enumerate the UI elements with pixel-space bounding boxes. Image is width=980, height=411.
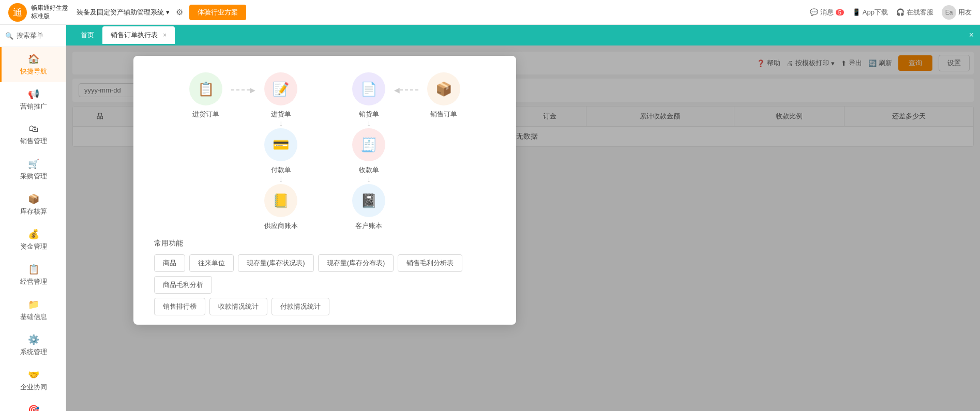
purchase-order-label: 进货订单 [192, 110, 219, 119]
sales-order-circle: 📦 [427, 72, 460, 105]
home-icon: 🏠 [28, 53, 39, 65]
collab-icon: 🤝 [28, 369, 39, 380]
newbie-icon: 🎯 [28, 404, 39, 411]
sidebar-item-basic[interactable]: 📁 基础信息 [0, 293, 66, 328]
supplier-ledger-label: 供应商账本 [264, 221, 298, 231]
function-btn[interactable]: 商品 [154, 254, 185, 272]
sales-bill-label: 销货单 [359, 110, 379, 119]
function-btn[interactable]: 商品毛利分析 [154, 276, 212, 294]
flow-node-payment-bill[interactable]: 💳 付款单 [258, 128, 304, 175]
inventory-icon: 📦 [28, 193, 39, 205]
payment-bill-circle: 💳 [264, 128, 297, 161]
function-btn[interactable]: 付款情况统计 [272, 298, 329, 315]
supplier-ledger-icon: 📒 [273, 193, 289, 209]
sidebar-item-label: 基础信息 [20, 312, 47, 322]
logo-area: 通 畅康通好生意 标准版 [8, 3, 70, 22]
function-btn[interactable]: 现存量(库存状况表) [238, 254, 314, 272]
sidebar-item-label: 系统管理 [20, 347, 47, 357]
function-btn[interactable]: 销售毛利分析表 [398, 254, 462, 272]
sales-order-label: 销售订单 [430, 110, 457, 119]
sidebar-search[interactable]: 🔍 搜索菜单 [0, 25, 66, 47]
purchase-icon: 🛒 [28, 158, 39, 170]
sidebar-item-newbie[interactable]: 🎯 新手引导 [0, 398, 66, 411]
sales-bill-icon: 📄 [360, 81, 377, 97]
function-btn[interactable]: 现存量(库存分布表) [318, 254, 394, 272]
main-content: 🔍 搜索菜单 🏠 快捷导航 📢 营销推广 🛍 销售管理 🛒 采购管理 📦 [0, 25, 980, 411]
top-bar-right: 💬 消息 5 📱 App下载 🎧 在线客服 Ea 用友 [810, 5, 972, 20]
system-icon: ⚙️ [28, 334, 39, 345]
function-btn[interactable]: 收款情况统计 [209, 298, 267, 315]
tab-home[interactable]: 首页 [72, 26, 102, 44]
scroll-bar-area: ◀ ▶ [154, 324, 495, 325]
sidebar-item-finance[interactable]: 💰 资金管理 [0, 222, 66, 257]
function-btn[interactable]: 销售排行榜 [154, 298, 205, 315]
receipt-bill-icon: 🧾 [360, 137, 377, 153]
sidebar-item-label: 资金管理 [20, 242, 47, 251]
flow-node-purchase-order[interactable]: 📋 进货订单 [183, 72, 229, 119]
tab-bar: 首页 销售订单执行表 × × [66, 25, 980, 45]
system-title-dropdown[interactable]: 装备及固定资产辅助管理系统 ▾ [77, 8, 170, 17]
experience-btn[interactable]: 体验行业方案 [189, 5, 246, 20]
sidebar-item-collab[interactable]: 🤝 企业协同 [0, 363, 66, 398]
sidebar-item-quick-nav[interactable]: 🏠 快捷导航 [0, 47, 66, 82]
sidebar-item-label: 企业协同 [20, 383, 47, 392]
flow-node-sales-bill[interactable]: 📄 销货单 [345, 72, 392, 119]
func-buttons-row1: 商品往来单位现存量(库存状况表)现存量(库存分布表)销售毛利分析表商品毛利分析 [154, 254, 495, 294]
online-service-btn[interactable]: 🎧 在线客服 [896, 8, 933, 17]
sidebar-item-inventory[interactable]: 📦 库存核算 [0, 187, 66, 222]
common-functions-title: 常用功能 [154, 239, 495, 248]
receipt-bill-label: 收款单 [359, 165, 379, 175]
common-functions: 常用功能 商品往来单位现存量(库存状况表)现存量(库存分布表)销售毛利分析表商品… [154, 239, 495, 315]
dropdown-arrow-icon: ▾ [166, 8, 170, 16]
flow-node-purchase-bill[interactable]: 📝 进货单 [258, 72, 304, 119]
func-buttons-row2: 销售排行榜收款情况统计付款情况统计 [154, 298, 495, 315]
purchase-order-circle: 📋 [189, 72, 222, 105]
page-area: 首页 销售订单执行表 × × ❓ 帮助 🖨 按 [66, 25, 980, 411]
receipt-bill-circle: 🧾 [352, 128, 385, 161]
page-content: ❓ 帮助 🖨 按模板打印 ▾ ⬆ 导出 🔄 刷新 [66, 45, 980, 411]
payment-bill-label: 付款单 [271, 165, 291, 175]
sidebar-item-label: 快捷导航 [20, 67, 47, 76]
sidebar-item-operation[interactable]: 📋 经营管理 [0, 257, 66, 293]
message-icon: 💬 [810, 8, 818, 16]
message-badge: 5 [836, 9, 844, 16]
tab-sales-order[interactable]: 销售订单执行表 × [102, 26, 175, 44]
logo-icon: 通 [8, 3, 27, 22]
sales-bill-circle: 📄 [352, 72, 385, 105]
scroll-left-icon[interactable]: ◀ [154, 324, 159, 325]
customer-ledger-circle: 📓 [352, 184, 385, 217]
message-btn[interactable]: 💬 消息 5 [810, 8, 844, 17]
page-close-btn[interactable]: × [969, 31, 974, 40]
operation-icon: 📋 [28, 264, 39, 275]
app-download-btn[interactable]: 📱 App下载 [852, 8, 888, 17]
sidebar-item-purchase[interactable]: 🛒 采购管理 [0, 152, 66, 187]
purchase-bill-icon: 📝 [273, 81, 289, 97]
payment-bill-icon: 💳 [273, 137, 289, 153]
sidebar-item-label: 采购管理 [20, 172, 47, 181]
sidebar: 🔍 搜索菜单 🏠 快捷导航 📢 营销推广 🛍 销售管理 🛒 采购管理 📦 [0, 25, 66, 411]
function-btn[interactable]: 往来单位 [189, 254, 234, 272]
customer-ledger-label: 客户账本 [355, 221, 382, 231]
flow-node-customer-ledger[interactable]: 📓 客户账本 [345, 184, 392, 231]
scroll-right-icon[interactable]: ▶ [490, 324, 495, 325]
tab-close-btn[interactable]: × [163, 32, 167, 39]
settings-gear-icon[interactable]: ⚙ [176, 7, 183, 17]
purchase-bill-circle: 📝 [264, 72, 297, 105]
sidebar-item-system[interactable]: ⚙️ 系统管理 [0, 328, 66, 363]
sidebar-item-label: 库存核算 [20, 207, 47, 216]
flow-node-receipt-bill[interactable]: 🧾 收款单 [345, 128, 392, 175]
sidebar-item-marketing[interactable]: 📢 营销推广 [0, 82, 66, 117]
flow-node-sales-order[interactable]: 📦 销售订单 [420, 72, 467, 119]
sidebar-item-label: 经营管理 [20, 277, 47, 286]
system-title: 装备及固定资产辅助管理系统 [77, 8, 164, 17]
quicknav-modal: 📋 进货订单 ▶ [133, 56, 516, 325]
app-icon: 📱 [852, 8, 861, 16]
overlay[interactable]: 📋 进货订单 ▶ [66, 45, 980, 411]
sales-order-icon: 📦 [435, 81, 452, 97]
user-menu[interactable]: Ea 用友 [942, 5, 972, 20]
purchase-order-icon: 📋 [198, 81, 214, 97]
sidebar-item-label: 营销推广 [20, 102, 47, 111]
sidebar-item-sales[interactable]: 🛍 销售管理 [0, 117, 66, 152]
marketing-icon: 📢 [28, 88, 39, 100]
flow-node-supplier-ledger[interactable]: 📒 供应商账本 [258, 184, 304, 231]
